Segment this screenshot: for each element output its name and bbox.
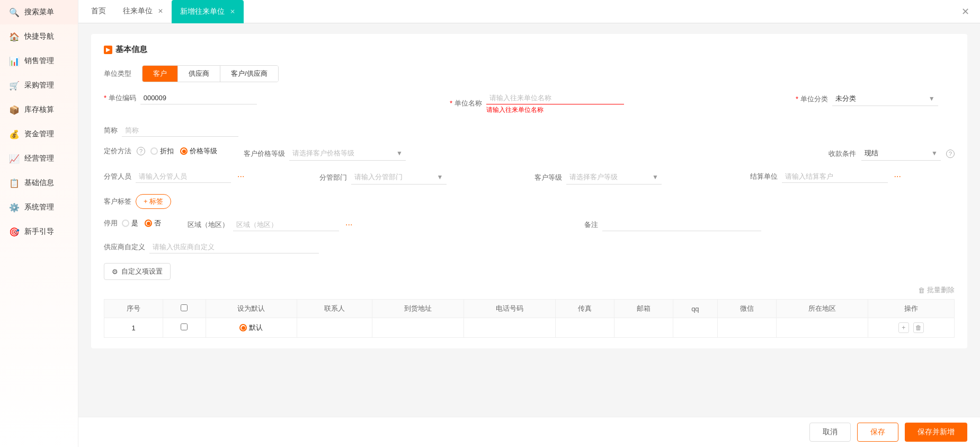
window-close-button[interactable]: ✕ [955, 6, 976, 17]
sidebar-item-finance[interactable]: 💰 资金管理 [0, 122, 78, 146]
tab-new-partner[interactable]: 新增往来单位 ✕ [172, 0, 244, 23]
form-row-unit-type: 单位类型 客户 供应商 客户/供应商 [104, 65, 955, 82]
customer-level-select[interactable]: 请选择客户等级 ▼ [566, 170, 662, 185]
row-wechat [717, 318, 776, 338]
tab-home[interactable]: 首页 [83, 0, 114, 23]
radio-yes-circle [122, 220, 129, 227]
sidebar-item-basic-info[interactable]: 📋 基础信息 [0, 171, 78, 195]
disabled-field: 停用 是 否 [104, 218, 161, 228]
manager-input[interactable] [136, 170, 231, 183]
supplier-custom-input[interactable] [149, 241, 319, 253]
payment-terms-select[interactable]: 现结 ▼ [861, 146, 941, 161]
type-btn-supplier[interactable]: 供应商 [178, 66, 220, 82]
search-icon: 🔍 [8, 6, 20, 18]
sidebar-search-label: 搜索菜单 [24, 7, 54, 17]
manager-label: 分管人员 [104, 172, 131, 181]
region-input[interactable] [233, 218, 339, 231]
row-checkbox[interactable] [181, 323, 188, 330]
row-add-button[interactable]: + [898, 322, 909, 333]
tab-partners-close[interactable]: ✕ [158, 7, 163, 15]
custom-settings-row: ⚙ 自定义项设置 [104, 263, 955, 280]
customer-price-level-select[interactable]: 请选择客户价格等级 ▼ [289, 146, 406, 161]
radio-no-circle [145, 220, 152, 227]
col-address: 到货地址 [372, 300, 464, 318]
row-checkbox-cell [163, 318, 206, 338]
payment-terms-field: 收款条件 现结 ▼ ? [828, 146, 955, 161]
finance-icon: 💰 [8, 128, 20, 140]
content-area: ▶ 基本信息 单位类型 客户 供应商 客户/供应商 单位编码 [78, 23, 980, 417]
department-select[interactable]: 请输入分管部门 ▼ [351, 170, 447, 185]
table-row: 1 默认 [104, 318, 955, 338]
settlement-unit-input[interactable] [782, 170, 888, 183]
sidebar-label-guide: 新手引导 [24, 227, 54, 236]
sidebar-item-quick-nav[interactable]: 🏠 快捷导航 [0, 24, 78, 49]
form-row-code-name-cat: 单位编码 单位名称 请输入往来单位名称 单位分类 未分类 ▼ [104, 92, 955, 115]
settlement-unit-more[interactable]: ··· [892, 172, 903, 181]
unit-type-label: 单位类型 [104, 69, 131, 78]
sidebar-item-purchase[interactable]: 🛒 采购管理 [0, 73, 78, 98]
unit-name-input[interactable] [486, 92, 624, 104]
type-btn-both[interactable]: 客户/供应商 [220, 66, 278, 82]
short-name-input[interactable] [122, 124, 238, 137]
row-default-radio[interactable]: 默认 [239, 323, 263, 332]
row-phone [464, 318, 555, 338]
table-body: 1 默认 [104, 318, 955, 338]
sidebar-item-sales[interactable]: 📊 销售管理 [0, 49, 78, 73]
unit-name-field: 单位名称 请输入往来单位名称 [450, 92, 785, 115]
manager-field: 分管人员 ··· [104, 170, 309, 183]
col-seq: 序号 [104, 300, 163, 318]
region-more[interactable]: ··· [343, 220, 354, 230]
custom-settings-button[interactable]: ⚙ 自定义项设置 [104, 263, 171, 280]
table-header-row: 序号 设为默认 联系人 到货地址 电话号码 传真 邮箱 qq 微信 所在地区 [104, 300, 955, 318]
payment-terms-help[interactable]: ? [946, 150, 955, 158]
radio-discount[interactable]: 折扣 [150, 146, 174, 156]
customer-price-level-placeholder: 请选择客户价格等级 [292, 148, 396, 158]
supplier-custom-field: 供应商自定义 [104, 241, 955, 253]
sidebar-label-inventory: 库存核算 [24, 105, 54, 115]
sidebar-item-system[interactable]: ⚙️ 系统管理 [0, 195, 78, 220]
type-btn-customer[interactable]: 客户 [142, 66, 178, 82]
payment-terms-label: 收款条件 [828, 149, 856, 159]
select-all-checkbox[interactable] [181, 304, 188, 311]
add-tag-button[interactable]: + 标签 [136, 194, 171, 209]
tab-partners[interactable]: 往来单位 ✕ [114, 0, 172, 23]
sidebar-item-inventory[interactable]: 📦 库存核算 [0, 98, 78, 122]
remark-input[interactable] [602, 218, 761, 231]
department-arrow: ▼ [437, 173, 443, 181]
sidebar-label-basic-info: 基础信息 [24, 178, 54, 188]
col-checkbox [163, 300, 206, 318]
customer-tag-label: 客户标签 [104, 197, 131, 206]
remark-field: 备注 [584, 218, 955, 231]
col-phone: 电话号码 [464, 300, 555, 318]
cancel-button[interactable]: 取消 [809, 423, 851, 442]
radio-grade-circle [180, 147, 188, 155]
col-actions: 操作 [868, 300, 954, 318]
col-fax: 传真 [555, 300, 614, 318]
unit-name-label: 单位名称 [450, 99, 482, 108]
sidebar-item-guide[interactable]: 🎯 新手引导 [0, 220, 78, 244]
inventory-icon: 📦 [8, 104, 20, 116]
radio-yes[interactable]: 是 [122, 218, 138, 228]
row-region [776, 318, 868, 338]
radio-grade[interactable]: 价格等级 [180, 146, 217, 156]
unit-category-select[interactable]: 未分类 ▼ [832, 92, 938, 106]
radio-no[interactable]: 否 [145, 218, 161, 228]
supplier-custom-label: 供应商自定义 [104, 242, 145, 252]
tab-new-partner-close[interactable]: ✕ [230, 8, 235, 15]
department-field: 分管部门 请输入分管部门 ▼ [319, 170, 524, 185]
sidebar-search[interactable]: 🔍 搜索菜单 [0, 0, 78, 24]
save-and-new-button[interactable]: 保存并新增 [905, 423, 967, 442]
sidebar-item-operations[interactable]: 📈 经营管理 [0, 146, 78, 171]
sidebar-label-finance: 资金管理 [24, 129, 54, 139]
unit-code-input[interactable] [140, 92, 257, 104]
batch-delete-label[interactable]: 批量删除 [927, 285, 955, 295]
row-delete-button[interactable]: 🗑 [913, 322, 924, 333]
manager-more[interactable]: ··· [235, 172, 246, 181]
pricing-method-help[interactable]: ? [137, 147, 145, 155]
col-region: 所在地区 [776, 300, 868, 318]
save-button[interactable]: 保存 [857, 423, 898, 442]
bottom-toolbar: 取消 保存 保存并新增 [78, 417, 980, 447]
region-field: 区域（地区） ··· [188, 218, 558, 231]
customer-level-label: 客户等级 [534, 173, 562, 182]
unit-category-arrow: ▼ [929, 95, 935, 102]
